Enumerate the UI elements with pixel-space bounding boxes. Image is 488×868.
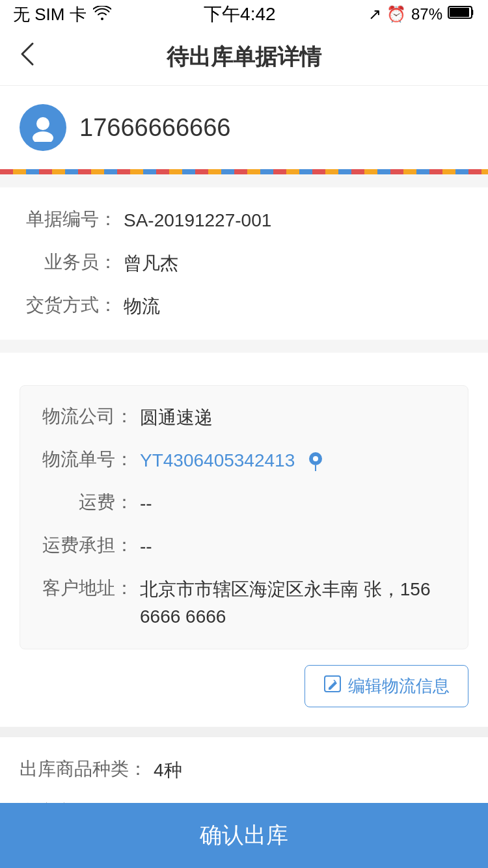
nav-bar: 待出库单据详情 (0, 29, 488, 86)
svg-point-3 (33, 131, 53, 142)
sales-person-row: 业务员： 曾凡杰 (20, 250, 468, 277)
delivery-method-value: 物流 (124, 293, 468, 320)
tracking-row: 物流单号： YT4306405342413 (36, 447, 452, 474)
battery-label: 87% (411, 5, 442, 23)
status-bar-right: ↗ ⏰ 87% (368, 5, 475, 23)
freight-bearer-value: -- (140, 533, 452, 560)
freight-bearer-label: 运费承担： (36, 533, 140, 558)
customer-phone: 17666666666 (79, 114, 230, 142)
tracking-number: YT4306405342413 (140, 447, 295, 474)
document-info-section: 单据编号： SA-20191227-001 业务员： 曾凡杰 交货方式： 物流 (0, 187, 488, 340)
logistics-company-label: 物流公司： (36, 404, 140, 429)
sales-person-label: 业务员： (20, 250, 124, 275)
address-label: 客户地址： (36, 576, 140, 601)
alarm-icon: ⏰ (386, 5, 406, 23)
svg-point-2 (36, 117, 49, 130)
edit-logistics-label: 编辑物流信息 (348, 675, 450, 698)
location-status-icon: ↗ (368, 5, 381, 23)
outbound-types-value: 4种 (154, 757, 468, 784)
battery-icon (448, 5, 475, 23)
freight-bearer-row: 运费承担： -- (36, 533, 452, 560)
confirm-outbound-button[interactable]: 确认出库 (0, 803, 488, 868)
tracking-location-icon[interactable] (303, 448, 329, 474)
carrier-label: 无 SIM 卡 (13, 3, 87, 26)
page-title: 待出库单据详情 (167, 42, 321, 72)
content-wrapper: 17666666666 单据编号： SA-20191227-001 业务员： 曾… (0, 86, 488, 868)
delivery-method-label: 交货方式： (20, 293, 124, 318)
address-row: 客户地址： 北京市市辖区海淀区永丰南 张，156 6666 6666 (36, 576, 452, 631)
customer-avatar (20, 104, 66, 151)
status-time: 下午4:42 (204, 2, 276, 27)
doc-number-row: 单据编号： SA-20191227-001 (20, 207, 468, 234)
tracking-value: YT4306405342413 (140, 447, 452, 474)
svg-rect-1 (450, 8, 469, 17)
delivery-method-row: 交货方式： 物流 (20, 293, 468, 320)
logistics-box: 物流公司： 圆通速递 物流单号： YT4306405342413 (20, 385, 468, 649)
confirm-button-label: 确认出库 (200, 821, 288, 850)
status-bar: 无 SIM 卡 下午4:42 ↗ ⏰ 87% (0, 0, 488, 29)
address-value: 北京市市辖区海淀区永丰南 张，156 6666 6666 (140, 576, 452, 631)
customer-header: 17666666666 (0, 86, 488, 169)
logistics-section: 物流公司： 圆通速递 物流单号： YT4306405342413 (0, 353, 488, 727)
outbound-types-label: 出库商品种类： (20, 757, 154, 781)
freight-row: 运费： -- (36, 490, 452, 517)
logistics-company-row: 物流公司： 圆通速递 (36, 404, 452, 431)
edit-icon (323, 675, 342, 698)
outbound-types-row: 出库商品种类： 4种 (20, 757, 468, 784)
edit-logistics-button[interactable]: 编辑物流信息 (305, 665, 468, 707)
section-divider (0, 727, 488, 737)
back-button[interactable] (20, 41, 35, 73)
freight-label: 运费： (36, 490, 140, 515)
sales-person-value: 曾凡杰 (124, 250, 468, 277)
doc-number-value: SA-20191227-001 (124, 207, 468, 234)
tracking-label: 物流单号： (36, 447, 140, 472)
wifi-icon (93, 5, 111, 25)
dashed-divider (0, 169, 488, 174)
status-bar-left: 无 SIM 卡 (13, 3, 111, 26)
svg-point-5 (313, 456, 318, 461)
doc-number-label: 单据编号： (20, 207, 124, 232)
freight-value: -- (140, 490, 452, 517)
edit-logistics-container: 编辑物流信息 (20, 665, 468, 707)
logistics-company-value: 圆通速递 (140, 404, 452, 431)
